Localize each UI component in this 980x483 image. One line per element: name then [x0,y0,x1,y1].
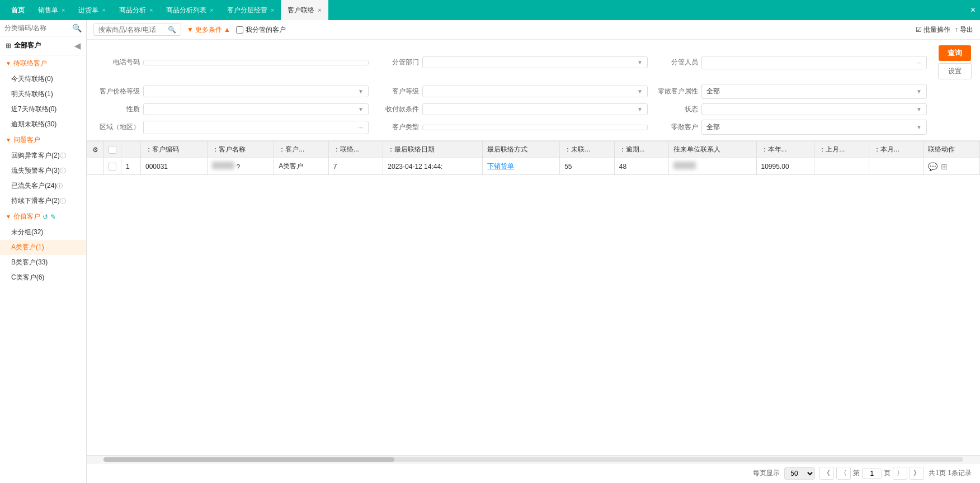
tab-customer-tier[interactable]: 客户分层经营 × [220,0,281,20]
sidebar-collapse-button[interactable]: ◀ [74,41,81,50]
sidebar-item-tomorrow-contact[interactable]: 明天待联络(1) [0,87,86,102]
retail-customer-select[interactable]: 全部 ▼ [701,120,927,135]
refresh-icon[interactable]: ↺ [43,213,48,221]
sidebar-item-repurchase-abnormal[interactable]: 回购异常客户(2) ⓘ [0,148,86,163]
my-customer-checkbox[interactable] [236,26,243,34]
sidebar-item-churn-warning[interactable]: 流失预警客户(3) ⓘ [0,163,86,178]
search-input[interactable] [98,26,166,34]
td-unit-contact [669,158,756,175]
close-sales-order-icon[interactable]: × [62,7,65,13]
close-customer-contact-icon[interactable]: × [318,7,321,13]
close-customer-tier-icon[interactable]: × [271,7,274,13]
last-method-link[interactable]: 下销货单 [487,162,514,170]
data-table-container: ⚙ ：客户编码 ：客户名称 ：客户... ：联络... ：最 [87,141,980,455]
close-product-analysis-icon[interactable]: × [149,7,153,13]
per-page-select[interactable]: 50 100 200 [784,467,815,480]
customer-tier-label: 客户等级 [374,87,419,96]
pending-contact-section[interactable]: ▼ 待联络客户 [0,55,86,72]
tab-customer-contact[interactable]: 客户联络 × [281,0,328,20]
th-customer-type: ：客户... [274,141,329,158]
settings-button[interactable]: 设置 [938,63,972,79]
th-last-method: 最后联络方式 [483,141,560,158]
manager-input[interactable]: ··· [701,56,927,69]
payment-select[interactable]: ▼ [422,103,648,115]
region-input[interactable]: ··· [143,121,369,134]
tab-sales-order[interactable]: 销售单 × [31,0,72,20]
th-customer-name: ：客户名称 [208,141,274,158]
batch-icon: ☑ [916,26,922,34]
dept-label: 分管部门 [374,58,419,67]
tab-purchase-order[interactable]: 进货单 × [72,0,112,20]
export-icon: ↑ [955,26,958,34]
th-no-contact: ：未联... [560,141,615,158]
chevron-down-icon8: ▼ [916,124,922,130]
sidebar-search-container: 🔍 [0,20,86,36]
last-page-button[interactable]: 》 [910,467,924,480]
more-conditions-button[interactable]: ▼ 更多条件 ▲ [187,25,230,35]
advanced-filter-panel: 电话号码 分管部门 ▼ 分管人员 ··· [87,40,980,141]
total-records: 共1页 1条记录 [929,468,972,478]
problem-customer-section[interactable]: ▼ 问题客户 [0,132,86,148]
sidebar-search-icon[interactable]: 🔍 [72,23,82,32]
export-button[interactable]: ↑ 导出 [955,25,973,35]
next-page-button[interactable]: 〉 [893,467,907,480]
sidebar-item-churned[interactable]: 已流失客户(24) ⓘ [0,178,86,193]
grid-action-icon[interactable]: ⊞ [941,162,948,171]
more-icon2: ··· [358,124,364,131]
customer-tier-select[interactable]: ▼ [422,86,648,97]
sidebar-search-input[interactable] [4,24,72,32]
chevron-down-icon7: ▼ [916,106,922,112]
top-navigation: 首页 销售单 × 进货单 × 商品分析 × 商品分析列表 × 客户分层经营 × … [0,0,980,20]
td-this-month [869,158,924,175]
phone-input[interactable] [143,60,369,65]
th-unit-contact: 往来单位联系人 [669,141,756,158]
td-last-method: 下销货单 [483,158,560,175]
th-action: 联络动作 [924,141,980,158]
sidebar-item-today-contact[interactable]: 今天待联络(0) [0,72,86,87]
customer-type-input[interactable] [422,125,648,130]
home-tab[interactable]: 首页 [4,0,31,20]
value-customer-section[interactable]: ▼ 价值客户 ↺ ✎ [0,209,86,225]
th-checkbox [104,141,121,158]
th-settings[interactable]: ⚙ [87,141,104,158]
header-checkbox[interactable] [109,146,116,154]
search-icon-main[interactable]: 🔍 [168,26,176,34]
th-last-month: ：上月... [814,141,869,158]
sidebar-item-class-a[interactable]: A类客户(1) [0,240,86,255]
page-suffix: 页 [884,468,891,478]
sidebar-item-class-b[interactable]: B类客户(33) [0,255,86,270]
sidebar-item-declining[interactable]: 持续下滑客户(2) ⓘ [0,193,86,209]
close-purchase-order-icon[interactable]: × [102,7,105,13]
sidebar-item-class-c[interactable]: C类客户(6) [0,270,86,285]
sidebar-item-7day-contact[interactable]: 近7天待联络(0) [0,102,86,117]
filter-bar: 🔍 ▼ 更多条件 ▲ 我分管的客户 ☑ 批量操作 ↑ 导出 [87,20,980,40]
batch-operation-button[interactable]: ☑ 批量操作 [916,25,950,35]
td-customer-code: 000031 [141,158,208,175]
close-product-analysis-list-icon[interactable]: × [210,7,213,13]
page-number-input[interactable] [862,468,882,479]
dept-select[interactable]: ▼ [422,56,648,68]
tab-product-analysis-list[interactable]: 商品分析列表 × [159,0,220,20]
sidebar-item-overdue-contact[interactable]: 逾期未联络(30) [0,117,86,132]
sidebar-item-unclassified[interactable]: 未分组(32) [0,225,86,240]
nature-select[interactable]: ▼ [143,103,369,115]
pagination-bar: 每页显示 50 100 200 《 〈 第 页 〉 》 共1页 1条记录 [87,463,980,483]
price-tier-select[interactable]: ▼ [143,86,369,97]
unit-contact-blurred [673,162,696,169]
chat-icon[interactable]: 💬 [928,162,937,171]
retail-attr-select[interactable]: 全部 ▼ [701,84,927,99]
prev-page-button[interactable]: 〈 [836,467,851,480]
arrow-down-icon: ▼ [6,60,11,67]
tab-product-analysis[interactable]: 商品分析 × [112,0,159,20]
first-page-button[interactable]: 《 [819,467,834,480]
close-all-button[interactable]: × [970,5,976,15]
retail-customer-label: 零散客户 [653,122,698,132]
horizontal-scroll-thumb[interactable] [103,457,394,462]
row-checkbox[interactable] [109,163,116,171]
horizontal-scrollbar[interactable] [103,457,963,462]
edit-icon[interactable]: ✎ [50,213,56,221]
price-tier-label: 客户价格等级 [95,87,140,96]
status-select[interactable]: ▼ [701,103,927,115]
query-button[interactable]: 查询 [939,45,971,61]
per-page-label: 每页显示 [753,468,780,478]
